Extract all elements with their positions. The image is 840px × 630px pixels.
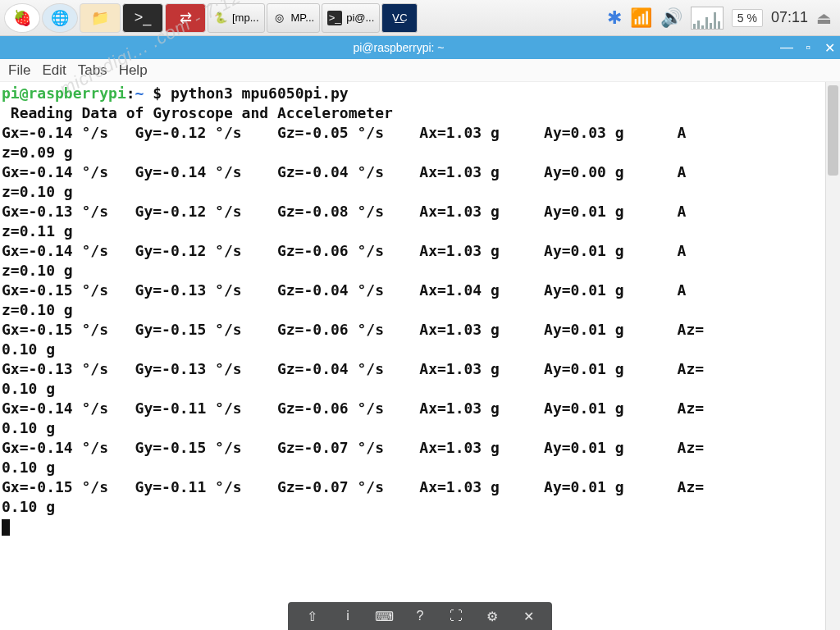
terminal-launcher-icon[interactable]: >_	[122, 3, 163, 33]
desktop-taskbar: 🍓 🌐 📁 >_ ⇄ 🐍 [mp... ◎ MP... >_ pi@... V͟…	[0, 0, 840, 36]
window-titlebar[interactable]: pi@raspberrypi: ~ — ▫ ✕	[0, 36, 840, 59]
system-tray: ✱ 📶 🔊 5 % 07:11 ⏏	[607, 7, 837, 30]
pin-icon[interactable]: ⇧	[303, 609, 321, 624]
menu-edit[interactable]: Edit	[42, 62, 66, 79]
sound-icon[interactable]: 🔊	[660, 7, 682, 29]
cpu-graph-icon[interactable]	[691, 7, 724, 30]
eject-icon[interactable]: ⏏	[816, 8, 832, 28]
scrollbar-thumb[interactable]	[828, 85, 838, 176]
chromium-icon: ◎	[272, 11, 287, 25]
gear-icon[interactable]: ⚙	[483, 609, 501, 624]
minimize-button[interactable]: —	[776, 40, 797, 55]
info-icon[interactable]: i	[339, 609, 357, 623]
terminal-content[interactable]: pi@raspberrypi:~ $ python3 mpu6050pi.py …	[0, 82, 825, 630]
node-red-icon[interactable]: ⇄	[165, 3, 206, 33]
wifi-icon[interactable]: 📶	[630, 7, 652, 29]
terminal-menubar: File Edit Tabs Help	[0, 59, 840, 82]
terminal-scrollbar[interactable]	[825, 82, 840, 630]
menu-tabs[interactable]: Tabs	[78, 62, 107, 79]
vnc-control-bar[interactable]: ⇧ i ⌨ ? ⛶ ⚙ ✕	[288, 602, 552, 630]
help-icon[interactable]: ?	[411, 609, 429, 623]
terminal-window: pi@raspberrypi: ~ — ▫ ✕ File Edit Tabs H…	[0, 36, 840, 630]
rpi-menu-icon[interactable]: 🍓	[4, 3, 40, 33]
taskbar-task-chromium[interactable]: ◎ MP...	[267, 3, 321, 33]
task-label: [mp...	[232, 11, 259, 24]
menu-help[interactable]: Help	[119, 62, 148, 79]
file-manager-icon[interactable]: 📁	[80, 3, 121, 33]
cpu-percent: 5 %	[732, 9, 763, 27]
vnc-icon: V͟C	[392, 11, 407, 25]
taskbar-task-vnc[interactable]: V͟C	[381, 3, 418, 33]
keyboard-icon[interactable]: ⌨	[375, 609, 393, 624]
bluetooth-icon[interactable]: ✱	[607, 7, 622, 29]
web-browser-icon[interactable]: 🌐	[42, 3, 78, 33]
task-label: pi@...	[346, 11, 374, 24]
close-button[interactable]: ✕	[819, 40, 840, 56]
task-label: MP...	[291, 11, 315, 24]
terminal-icon: >_	[327, 11, 342, 25]
python-icon: 🐍	[213, 11, 228, 25]
taskbar-task-python[interactable]: 🐍 [mp...	[208, 3, 265, 33]
taskbar-task-terminal[interactable]: >_ pi@...	[322, 3, 380, 33]
window-title: pi@raspberrypi: ~	[21, 41, 776, 54]
close-icon[interactable]: ✕	[519, 609, 537, 624]
clock[interactable]: 07:11	[771, 9, 808, 26]
menu-file[interactable]: File	[8, 62, 30, 79]
maximize-button[interactable]: ▫	[797, 40, 819, 55]
fullscreen-icon[interactable]: ⛶	[447, 609, 465, 623]
